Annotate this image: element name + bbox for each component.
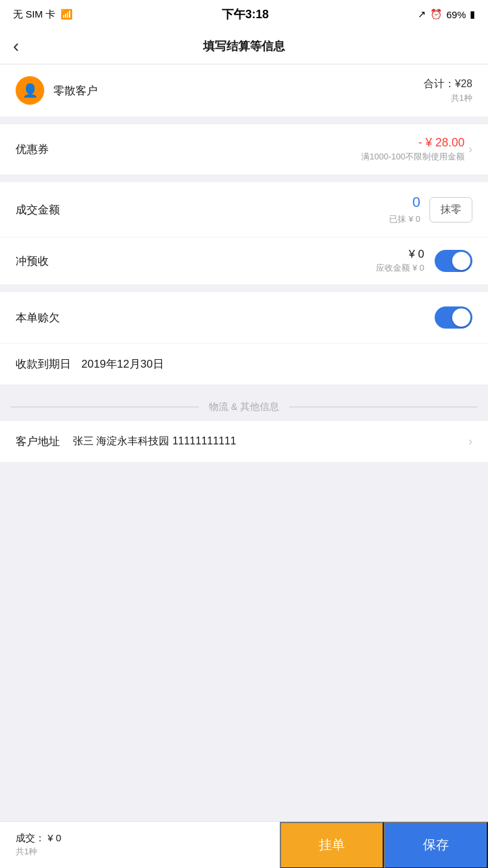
debt-toggle[interactable]	[435, 306, 472, 329]
status-time: 下午3:18	[222, 7, 269, 22]
prepaid-label: 冲预收	[16, 254, 49, 269]
debt-toggle-knob	[452, 308, 470, 327]
due-date-label: 收款到期日	[16, 357, 71, 372]
save-button[interactable]: 保存	[384, 822, 488, 869]
nav-bar: ‹ 填写结算等信息	[0, 29, 488, 64]
deal-amount-value: 0	[389, 194, 420, 211]
toggle-knob	[452, 252, 470, 270]
prepaid-right: ¥ 0 应收金额 ¥ 0	[376, 248, 472, 274]
logistics-line-left	[10, 407, 198, 407]
due-date-row: 收款到期日 2019年12月30日	[0, 343, 488, 385]
prepaid-row: 冲预收 ¥ 0 应收金额 ¥ 0	[0, 237, 488, 284]
customer-row: 👤 零散客户 合计：¥28 共1种	[0, 64, 488, 116]
coupon-label: 优惠券	[16, 142, 49, 157]
coupon-right-inner: - ¥ 28.00 满1000-100不限制使用金额	[361, 136, 465, 163]
customer-right: 合计：¥28 共1种	[424, 77, 472, 104]
hold-button[interactable]: 挂单	[280, 822, 384, 869]
bottom-summary-sub: 共1种	[16, 846, 264, 858]
bottom-summary: 成交： ¥ 0 共1种	[0, 832, 280, 858]
status-left: 无 SIM 卡 📶	[13, 8, 73, 21]
deal-amount-label: 成交金额	[16, 202, 60, 217]
coupon-row[interactable]: 优惠券 - ¥ 28.00 满1000-100不限制使用金额 ›	[0, 124, 488, 174]
sim-text: 无 SIM 卡	[13, 8, 55, 21]
debt-row: 本单赊欠	[0, 292, 488, 343]
customer-name: 零散客户	[53, 83, 98, 98]
prepaid-amounts: ¥ 0 应收金额 ¥ 0	[376, 248, 424, 274]
customer-total: 合计：¥28	[424, 77, 472, 91]
due-date-value: 2019年12月30日	[81, 357, 164, 372]
address-chevron-icon: ›	[468, 435, 472, 448]
gap3	[0, 284, 488, 292]
coupon-amount: - ¥ 28.00	[361, 136, 465, 150]
address-value: 张三 海淀永丰科技园 11111111111	[73, 435, 468, 448]
status-right: ↗ ⏰ 69% ▮	[418, 8, 475, 20]
coupon-desc: 满1000-100不限制使用金额	[361, 151, 465, 163]
gap2	[0, 174, 488, 182]
gap5	[0, 462, 488, 592]
back-button[interactable]: ‹	[13, 36, 19, 57]
deal-right: 0 已抹 ¥ 0 抹零	[389, 194, 472, 225]
battery-text: 69%	[446, 9, 466, 20]
address-right: ›	[468, 435, 472, 448]
debt-label: 本单赊欠	[16, 310, 60, 325]
customer-avatar: 👤	[16, 76, 44, 105]
customer-left: 👤 零散客户	[16, 76, 98, 105]
battery-icon: ▮	[470, 8, 475, 20]
deal-deducted: 已抹 ¥ 0	[389, 213, 420, 225]
debt-section: 本单赊欠 收款到期日 2019年12月30日	[0, 292, 488, 385]
customer-section: 👤 零散客户 合计：¥28 共1种	[0, 64, 488, 116]
deal-amount-row: 成交金额 0 已抹 ¥ 0 抹零	[0, 182, 488, 237]
round-button[interactable]: 抹零	[429, 197, 472, 223]
deal-section: 成交金额 0 已抹 ¥ 0 抹零 冲预收 ¥ 0 应收金额 ¥ 0	[0, 182, 488, 284]
address-row[interactable]: 客户地址 张三 海淀永丰科技园 11111111111 ›	[0, 421, 488, 462]
address-section: 客户地址 张三 海淀永丰科技园 11111111111 ›	[0, 421, 488, 462]
main-content: 👤 零散客户 合计：¥28 共1种 优惠券 - ¥ 28.00 满1000-10…	[0, 64, 488, 644]
avatar-icon: 👤	[22, 83, 38, 98]
address-label: 客户地址	[16, 434, 60, 449]
prepaid-sub-amount: 应收金额 ¥ 0	[376, 262, 424, 274]
back-icon: ‹	[13, 36, 19, 57]
prepaid-toggle[interactable]	[435, 250, 472, 272]
prepaid-main-amount: ¥ 0	[376, 248, 424, 261]
customer-count: 共1种	[424, 92, 472, 104]
logistics-separator: 物流 & 其他信息	[0, 392, 488, 421]
gap4	[0, 385, 488, 392]
logistics-line-right	[290, 407, 478, 407]
coupon-chevron-icon: ›	[468, 142, 472, 156]
bottom-summary-top: 成交： ¥ 0	[16, 832, 264, 845]
coupon-right: - ¥ 28.00 满1000-100不限制使用金额 ›	[361, 136, 472, 163]
deal-amount-wrapper: 0 已抹 ¥ 0	[389, 194, 420, 225]
status-bar: 无 SIM 卡 📶 下午3:18 ↗ ⏰ 69% ▮	[0, 0, 488, 29]
wifi-icon: 📶	[61, 8, 73, 20]
page-title: 填写结算等信息	[203, 38, 285, 54]
alarm-icon: ⏰	[430, 8, 442, 20]
gap1	[0, 116, 488, 124]
coupon-section: 优惠券 - ¥ 28.00 满1000-100不限制使用金额 ›	[0, 124, 488, 174]
logistics-text: 物流 & 其他信息	[209, 401, 279, 413]
bottom-bar: 成交： ¥ 0 共1种 挂单 保存	[0, 821, 488, 868]
location-icon: ↗	[418, 8, 426, 20]
